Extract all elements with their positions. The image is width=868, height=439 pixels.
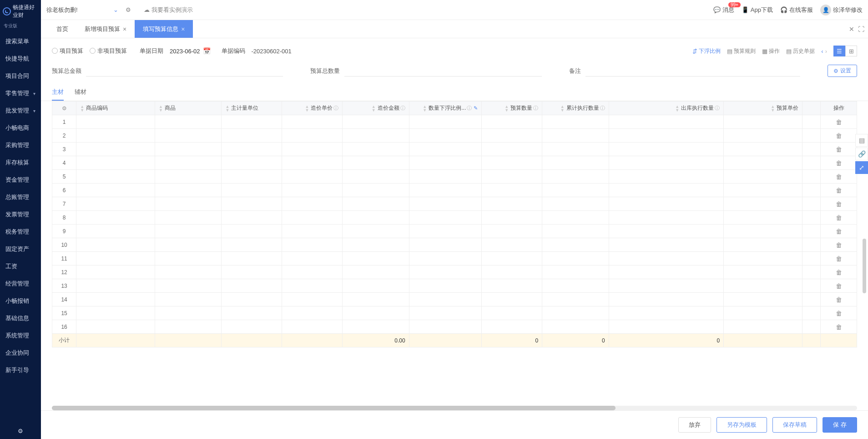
bill-date-picker[interactable]: 2023-06-02 📅 [170, 47, 211, 55]
remark-input[interactable] [585, 66, 800, 77]
table-row[interactable]: 12🗑 [52, 265, 857, 279]
side-tool-note-icon[interactable]: ▤ [855, 134, 868, 147]
delete-icon[interactable]: 🗑 [836, 214, 842, 221]
table-row[interactable]: 1🗑 [52, 115, 857, 129]
sidebar-item-18[interactable]: 企业协同 [0, 344, 41, 362]
sidebar-item-15[interactable]: 小畅报销 [0, 292, 41, 310]
support-link[interactable]: 🎧 在线客服 [780, 6, 813, 14]
side-tool-link-icon[interactable]: 🔗 [855, 148, 868, 160]
vertical-scrollbar[interactable] [863, 239, 866, 293]
delete-icon[interactable]: 🗑 [836, 159, 842, 167]
col-budget_qty[interactable]: ▲▼预算数量ⓘ [482, 102, 542, 115]
save-button[interactable]: 保 存 [823, 417, 857, 433]
col-price[interactable]: ▲▼造价单价ⓘ [282, 102, 343, 115]
sidebar-item-4[interactable]: 批发管理▾ [0, 102, 41, 119]
delete-icon[interactable]: 🗑 [836, 173, 842, 180]
delete-icon[interactable]: 🗑 [836, 228, 842, 235]
fullscreen-icon[interactable]: ⛶ [858, 26, 864, 33]
col-out_qty[interactable]: ▲▼出库执行数量ⓘ [609, 102, 724, 115]
sidebar-item-6[interactable]: 采购管理 [0, 137, 41, 154]
table-row[interactable]: 5🗑 [52, 170, 857, 184]
sidebar-item-5[interactable]: 小畅电商 [0, 119, 41, 137]
tab-2[interactable]: 填写预算信息× [135, 20, 193, 38]
table-row[interactable]: 8🗑 [52, 211, 857, 225]
view-list-button[interactable]: ☰ [833, 46, 845, 56]
delete-icon[interactable]: 🗑 [836, 200, 842, 208]
table-row[interactable]: 3🗑 [52, 143, 857, 156]
col-float[interactable]: ▲▼数量下浮比例...ⓘ✎ [409, 102, 482, 115]
demo-link[interactable]: ☁ 我要看实例演示 [144, 6, 193, 14]
table-row[interactable]: 16🗑 [52, 320, 857, 334]
sidebar-item-0[interactable]: 搜索菜单 [0, 33, 41, 50]
sidebar-item-14[interactable]: 经营管理 [0, 275, 41, 292]
sidebar-item-10[interactable]: 发票管理 [0, 206, 41, 223]
app-download-link[interactable]: 📱 App下载 [742, 6, 773, 14]
sidebar-settings[interactable]: ⚙ [0, 423, 41, 439]
sidebar-item-9[interactable]: 总账管理 [0, 189, 41, 206]
col-blank[interactable] [802, 102, 821, 115]
delete-icon[interactable]: 🗑 [836, 296, 842, 303]
gear-icon[interactable]: ⚙ [126, 6, 131, 13]
sidebar-item-2[interactable]: 项目合同 [0, 67, 41, 85]
table-row[interactable]: 2🗑 [52, 129, 857, 143]
col-code[interactable]: ▲▼商品编码 [76, 102, 155, 115]
col-amount[interactable]: ▲▼造价金额ⓘ [343, 102, 409, 115]
history-button[interactable]: ▤历史单据 [786, 47, 815, 55]
delete-icon[interactable]: 🗑 [836, 241, 842, 249]
sidebar-item-17[interactable]: 系统管理 [0, 327, 41, 344]
table-row[interactable]: 13🗑 [52, 279, 857, 293]
delete-icon[interactable]: 🗑 [836, 146, 842, 153]
close-icon[interactable]: × [123, 26, 126, 33]
sidebar-item-11[interactable]: 税务管理 [0, 223, 41, 240]
close-icon[interactable]: × [181, 26, 185, 33]
table-row[interactable]: 14🗑 [52, 293, 857, 306]
subtab-1[interactable]: 辅材 [75, 84, 86, 101]
side-tool-expand-icon[interactable]: ⤢ [855, 161, 868, 174]
close-all-icon[interactable]: ✕ [849, 26, 854, 33]
sidebar-item-1[interactable]: 快捷导航 [0, 50, 41, 67]
prev-page-icon[interactable]: ‹ [821, 48, 823, 55]
sidebar-item-16[interactable]: 基础信息 [0, 310, 41, 327]
total-amount-input[interactable] [86, 66, 283, 77]
edit-icon[interactable]: ✎ [474, 105, 478, 111]
table-row[interactable]: 6🗑 [52, 184, 857, 197]
sidebar-item-13[interactable]: 工资 [0, 258, 41, 275]
delete-icon[interactable]: 🗑 [836, 310, 842, 317]
radio-non-project-budget[interactable]: 非项目预算 [90, 47, 127, 55]
messages-link[interactable]: 💬 消息 99+ [713, 6, 734, 14]
view-card-button[interactable]: ⊞ [845, 46, 857, 56]
float-ratio-button[interactable]: ⇵下浮比例 [692, 47, 721, 55]
user-menu[interactable]: 👤 徐泽华修改 [820, 5, 863, 15]
table-row[interactable]: 7🗑 [52, 197, 857, 211]
operate-button[interactable]: ▦操作 [762, 47, 780, 55]
budget-rule-button[interactable]: ▤预算规则 [727, 47, 756, 55]
delete-icon[interactable]: 🗑 [836, 132, 842, 139]
table-row[interactable]: 15🗑 [52, 306, 857, 320]
delete-icon[interactable]: 🗑 [836, 282, 842, 290]
sidebar-item-3[interactable]: 零售管理▾ [0, 85, 41, 102]
next-page-icon[interactable]: › [825, 48, 827, 55]
col-product[interactable]: ▲▼商品 [155, 102, 222, 115]
column-settings-icon[interactable]: ⚙ [52, 102, 76, 115]
save-draft-button[interactable]: 保存草稿 [772, 417, 817, 433]
save-template-button[interactable]: 另存为模板 [717, 417, 767, 433]
table-row[interactable]: 11🗑 [52, 252, 857, 265]
horizontal-scrollbar[interactable] [52, 406, 857, 410]
settings-button[interactable]: ⚙ 设置 [828, 65, 857, 77]
sidebar-item-7[interactable]: 库存核算 [0, 154, 41, 171]
col-op[interactable]: 操作 [821, 102, 857, 115]
delete-icon[interactable]: 🗑 [836, 187, 842, 194]
col-unit[interactable]: ▲▼主计量单位 [222, 102, 282, 115]
subtab-0[interactable]: 主材 [52, 84, 64, 101]
delete-icon[interactable]: 🗑 [836, 269, 842, 276]
col-budget_price[interactable]: ▲▼预算单价 [724, 102, 802, 115]
tab-1[interactable]: 新增项目预算× [76, 20, 135, 38]
col-exec_qty[interactable]: ▲▼累计执行数量ⓘ [542, 102, 609, 115]
delete-icon[interactable]: 🗑 [836, 255, 842, 262]
table-row[interactable]: 9🗑 [52, 225, 857, 238]
table-row[interactable]: 10🗑 [52, 238, 857, 252]
total-qty-input[interactable] [344, 66, 541, 77]
sidebar-item-12[interactable]: 固定资产 [0, 240, 41, 258]
sidebar-item-19[interactable]: 新手引导 [0, 362, 41, 379]
delete-icon[interactable]: 🗑 [836, 323, 842, 331]
